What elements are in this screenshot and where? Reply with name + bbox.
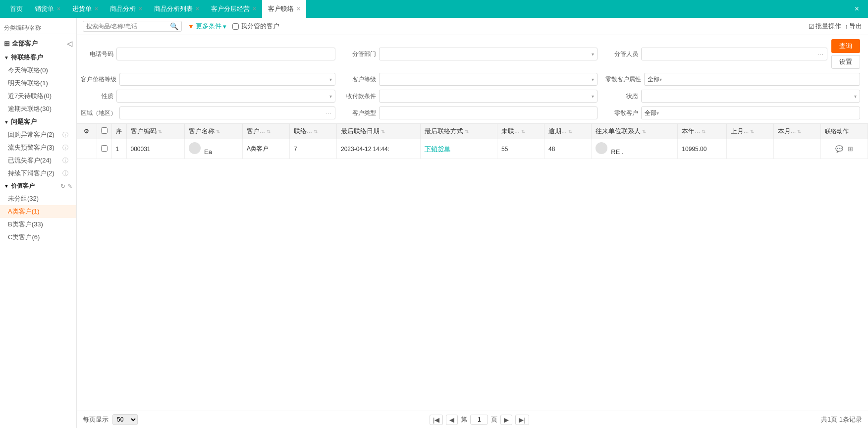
filter-dept-select[interactable]: ▾ xyxy=(379,48,598,60)
close-tab-product-list[interactable]: × xyxy=(196,5,199,12)
sidebar-item-declining[interactable]: 持续下滑客户(2) ⓘ xyxy=(0,167,76,180)
cell-unit-contact: RE . xyxy=(591,139,677,159)
nav-tab-product-analysis[interactable]: 商品分析 × xyxy=(104,0,148,18)
sidebar-item-c-class[interactable]: C类客户(6) xyxy=(0,231,76,244)
col-actions: 联络动作 xyxy=(820,124,868,139)
more-filters-btn[interactable]: ▼ 更多条件 ▾ xyxy=(188,22,226,31)
nav-tab-sales[interactable]: 销货单 × xyxy=(29,0,66,18)
setting-button[interactable]: 设置 xyxy=(831,55,860,69)
filter-region: 区域（地区） ··· xyxy=(81,107,335,119)
cell-this-month xyxy=(773,139,820,159)
col-code[interactable]: 客户编码⇅ xyxy=(126,124,184,139)
cell-checkbox[interactable] xyxy=(97,139,111,159)
sidebar-item-churn-warning[interactable]: 流失预警客户(3) ⓘ xyxy=(0,141,76,154)
sort-name: ⇅ xyxy=(216,129,220,134)
filter-payment-label: 收付款条件 xyxy=(343,92,379,101)
batch-ops-btn[interactable]: ☑ 批量操作 xyxy=(809,22,841,31)
action-chat-icon[interactable]: 💬 xyxy=(835,145,843,153)
edit-icon[interactable]: ✎ xyxy=(67,183,72,190)
nav-tab-customer-layer[interactable]: 客户分层经营 × xyxy=(205,0,262,18)
col-last-date[interactable]: 最后联络日期⇅ xyxy=(336,124,420,139)
filter-nature-select[interactable]: ▾ xyxy=(116,90,335,103)
filter-payment-control: ▾ xyxy=(379,90,598,103)
pagination: |◀ ◀ 第 页 ▶ ▶| xyxy=(430,415,529,425)
sidebar-item-repurchase[interactable]: 回购异常客户(2) ⓘ xyxy=(0,128,76,141)
filter-status-select[interactable]: ▾ xyxy=(641,90,860,103)
table-header-row: ⚙ 序 客户编码⇅ 客户名称⇅ 客户...⇅ 联络...⇅ 最后联络日期⇅ 最后… xyxy=(77,124,868,139)
next-page-btn[interactable]: ▶ xyxy=(500,415,512,425)
filter-status-arrow: ▾ xyxy=(854,94,857,99)
my-customers-checkbox-label[interactable]: 我分管的客户 xyxy=(232,22,279,31)
main-search-input[interactable] xyxy=(86,23,170,30)
col-no-contact[interactable]: 未联...⇅ xyxy=(497,124,544,139)
sidebar-search-wrap: 🔍 xyxy=(0,22,76,34)
col-contact-count[interactable]: 联络...⇅ xyxy=(289,124,336,139)
nav-tab-customer-contact[interactable]: 客户联络 × xyxy=(262,0,306,18)
prev-page-btn[interactable]: ◀ xyxy=(446,415,458,425)
col-customer-type[interactable]: 客户...⇅ xyxy=(242,124,289,139)
sort-unit: ⇅ xyxy=(642,129,646,134)
sort-type: ⇅ xyxy=(267,129,271,134)
per-page-select[interactable]: 50 100 200 xyxy=(112,414,138,425)
cell-last-method[interactable]: 下销货单 xyxy=(420,139,497,159)
row-checkbox[interactable] xyxy=(101,145,108,152)
sidebar-item-a-class[interactable]: A类客户(1) xyxy=(0,205,76,218)
sidebar-item-7days[interactable]: 近7天待联络(0) xyxy=(0,90,76,103)
data-table: ⚙ 序 客户编码⇅ 客户名称⇅ 客户...⇅ 联络...⇅ 最后联络日期⇅ 最后… xyxy=(77,124,868,159)
filter-manager-control: ··· xyxy=(641,48,827,60)
filter-region-select[interactable]: ··· xyxy=(119,107,335,119)
nav-tab-purchase[interactable]: 进货单 × xyxy=(66,0,104,18)
sidebar-item-today[interactable]: 今天待联络(0) xyxy=(0,64,76,77)
filter-manager-select[interactable]: ··· xyxy=(641,48,827,60)
col-overdue[interactable]: 逾期...⇅ xyxy=(544,124,591,139)
window-close-icon[interactable]: × xyxy=(850,4,864,13)
filter-retail-customer-label: 零散客户 xyxy=(605,109,641,117)
refresh-icon[interactable]: ↻ xyxy=(60,183,65,190)
sidebar-item-ungrouped[interactable]: 未分组(32) xyxy=(0,192,76,205)
content-area: 🔍 ▼ 更多条件 ▾ 我分管的客户 ☑ 批量操作 ↑ 导出 xyxy=(77,18,868,428)
nav-tab-home[interactable]: 首页 xyxy=(4,0,29,18)
table-wrap: ⚙ 序 客户编码⇅ 客户名称⇅ 客户...⇅ 联络...⇅ 最后联络日期⇅ 最后… xyxy=(77,124,868,411)
sidebar-item-overdue[interactable]: 逾期未联络(30) xyxy=(0,103,76,115)
nav-tab-product-list[interactable]: 商品分析列表 × xyxy=(148,0,205,18)
close-tab-customer-layer[interactable]: × xyxy=(253,5,256,12)
col-this-month[interactable]: 本月...⇅ xyxy=(773,124,820,139)
main-search-icon[interactable]: 🔍 xyxy=(170,22,178,30)
cell-settings xyxy=(77,139,97,159)
close-tab-purchase[interactable]: × xyxy=(95,5,98,12)
filter-customer-type-select[interactable] xyxy=(379,107,598,119)
col-last-method[interactable]: 最后联络方式⇅ xyxy=(420,124,497,139)
page-input[interactable] xyxy=(470,415,488,425)
close-tab-sales[interactable]: × xyxy=(57,5,60,12)
sidebar-item-b-class[interactable]: B类客户(33) xyxy=(0,218,76,231)
sidebar-item-tomorrow[interactable]: 明天待联络(1) xyxy=(0,77,76,90)
close-tab-customer-contact[interactable]: × xyxy=(297,5,300,12)
last-page-btn[interactable]: ▶| xyxy=(515,415,529,425)
close-tab-product-analysis[interactable]: × xyxy=(139,5,142,12)
my-customers-checkbox[interactable] xyxy=(232,23,239,30)
filter-status-label: 状态 xyxy=(605,92,641,101)
filter-retail-customer-select[interactable]: 全部 ▾ xyxy=(641,107,860,119)
col-this-year[interactable]: 本年...⇅ xyxy=(678,124,726,139)
sort-no-contact: ⇅ xyxy=(521,129,525,134)
filter-price-level-select[interactable]: ▾ xyxy=(119,73,335,86)
sidebar-search-input[interactable] xyxy=(4,24,77,31)
col-name[interactable]: 客户名称⇅ xyxy=(184,124,242,139)
col-last-month[interactable]: 上月...⇅ xyxy=(726,124,773,139)
select-all-checkbox[interactable] xyxy=(101,127,108,134)
footer-right: 共1页 1条记录 xyxy=(821,415,862,424)
filter-retail-attr-select[interactable]: 全部 ▾ xyxy=(644,73,860,86)
col-unit-contact[interactable]: 往来单位联系人⇅ xyxy=(591,124,677,139)
col-checkbox[interactable] xyxy=(97,124,111,139)
filter-customer-level-select[interactable]: ▾ xyxy=(379,73,598,86)
first-page-btn[interactable]: |◀ xyxy=(430,415,443,425)
col-settings[interactable]: ⚙ xyxy=(77,124,97,139)
sidebar-item-churned[interactable]: 已流失客户(24) ⓘ xyxy=(0,154,76,167)
export-btn[interactable]: ↑ 导出 xyxy=(845,22,863,31)
filter-payment-select[interactable]: ▾ xyxy=(379,90,598,103)
cell-overdue: 48 xyxy=(544,139,591,159)
sidebar-collapse-btn[interactable]: ◁ xyxy=(67,40,72,48)
filter-phone-input[interactable] xyxy=(116,48,335,60)
query-button[interactable]: 查询 xyxy=(831,39,860,53)
action-more-icon[interactable]: ⊞ xyxy=(848,145,853,153)
